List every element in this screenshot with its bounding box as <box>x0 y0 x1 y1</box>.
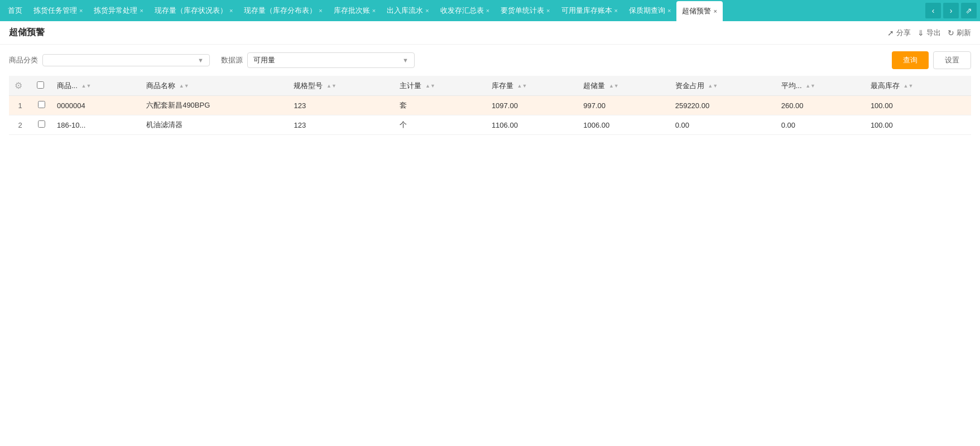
page-header: 超储预警 ➚ 分享 ⇓ 导出 ↻ 刷新 <box>0 21 980 45</box>
filter-actions: 查询 设置 <box>892 51 971 69</box>
nav-arrows: ‹ › ⇗ <box>924 3 978 18</box>
datasource-select[interactable]: 可用量 ▼ <box>247 52 415 68</box>
row-checkbox[interactable] <box>38 101 45 108</box>
col-overstock[interactable]: 超储量 ▲▼ <box>578 76 669 96</box>
nav-close-overstock[interactable]: × <box>713 8 717 14</box>
nav-close-summary[interactable]: × <box>486 7 489 14</box>
nav-arrow-expand[interactable]: ⇗ <box>961 3 977 18</box>
col-gear: ⚙ <box>9 76 31 96</box>
col-product-code[interactable]: 商品... ▲▼ <box>51 76 141 96</box>
row-capital: 0.00 <box>670 115 776 135</box>
nav-item-pick-exception[interactable]: 拣货异常处理 × <box>88 0 148 21</box>
query-button[interactable]: 查询 <box>892 51 929 69</box>
nav-item-summary[interactable]: 收发存汇总表 × <box>435 0 495 21</box>
datasource-filter: 数据源 可用量 ▼ <box>221 52 415 68</box>
col-capital[interactable]: 资金占用 ▲▼ <box>670 76 776 96</box>
sort-icon-capital: ▲▼ <box>708 84 718 89</box>
table-gear-icon[interactable]: ⚙ <box>15 81 22 90</box>
sort-icon-overstock: ▲▼ <box>609 84 619 89</box>
row-overstock: 997.00 <box>578 96 669 115</box>
nav-close-stock-dist[interactable]: × <box>319 7 322 14</box>
row-product-code: 0000004 <box>51 96 141 115</box>
row-avg: 0.00 <box>776 115 865 135</box>
nav-item-order-stat[interactable]: 要货单统计表 × <box>495 0 555 21</box>
row-product-code: 186-10... <box>51 115 141 135</box>
datasource-chevron-icon: ▼ <box>402 57 409 64</box>
export-action[interactable]: ⇓ 导出 <box>917 28 941 38</box>
col-checkbox <box>31 76 51 96</box>
sort-icon-avg: ▲▼ <box>805 84 815 89</box>
col-spec[interactable]: 规格型号 ▲▼ <box>288 76 394 96</box>
select-all-checkbox[interactable] <box>37 81 44 89</box>
refresh-action[interactable]: ↻ 刷新 <box>948 28 971 38</box>
row-product-name: 机油滤清器 <box>141 115 288 135</box>
category-filter: 商品分类 ▼ <box>9 54 210 66</box>
row-stock: 1106.00 <box>486 115 578 135</box>
row-max-stock: 100.00 <box>865 96 971 115</box>
row-spec: 123 <box>288 115 394 135</box>
nav-item-batch[interactable]: 库存批次账 × <box>328 0 381 21</box>
datasource-label: 数据源 <box>221 55 243 65</box>
row-product-name: 六配套新昌490BPG <box>141 96 288 115</box>
nav-close-stock-status[interactable]: × <box>229 7 233 14</box>
col-avg[interactable]: 平均... ▲▼ <box>776 76 865 96</box>
row-num: 2 <box>9 115 31 135</box>
table-body: 1 0000004 六配套新昌490BPG 123 套 1097.00 997.… <box>9 96 971 135</box>
category-chevron-icon: ▼ <box>198 57 204 64</box>
page-title: 超储预警 <box>9 27 45 38</box>
nav-close-inout[interactable]: × <box>425 7 429 14</box>
nav-close-quality[interactable]: × <box>667 7 671 14</box>
table-container: ⚙ 商品... ▲▼ 商品名称 ▲▼ 规格型号 ▲▼ 主计 <box>0 76 980 135</box>
main-table: ⚙ 商品... ▲▼ 商品名称 ▲▼ 规格型号 ▲▼ 主计 <box>9 76 971 135</box>
nav-item-stock-status[interactable]: 现存量（库存状况表） × <box>149 0 238 21</box>
row-stock: 1097.00 <box>486 96 578 115</box>
nav-close-pick-exception[interactable]: × <box>140 7 143 14</box>
table-row[interactable]: 1 0000004 六配套新昌490BPG 123 套 1097.00 997.… <box>9 96 971 115</box>
nav-close-pick-task[interactable]: × <box>79 7 83 14</box>
table-row[interactable]: 2 186-10... 机油滤清器 123 个 1106.00 1006.00 … <box>9 115 971 135</box>
sort-icon-spec: ▲▼ <box>326 84 337 89</box>
nav-item-pick-task[interactable]: 拣货任务管理 × <box>28 0 88 21</box>
category-select[interactable]: ▼ <box>42 54 210 66</box>
row-checkbox-cell <box>31 115 51 135</box>
sort-icon-unit: ▲▼ <box>425 84 435 89</box>
row-unit: 套 <box>394 96 486 115</box>
settings-button[interactable]: 设置 <box>933 51 971 69</box>
datasource-value: 可用量 <box>253 55 275 65</box>
share-action[interactable]: ➚ 分享 <box>887 28 911 38</box>
nav-arrow-left[interactable]: ‹ <box>925 3 941 18</box>
row-num: 1 <box>9 96 31 115</box>
nav-close-order-stat[interactable]: × <box>546 7 550 14</box>
nav-item-overstock[interactable]: 超储预警 × <box>676 1 722 21</box>
sort-icon-stock: ▲▼ <box>517 84 527 89</box>
export-icon: ⇓ <box>917 28 924 37</box>
table-header: ⚙ 商品... ▲▼ 商品名称 ▲▼ 规格型号 ▲▼ 主计 <box>9 76 971 96</box>
nav-item-inout[interactable]: 出入库流水 × <box>381 0 434 21</box>
filter-bar: 商品分类 ▼ 数据源 可用量 ▼ 查询 设置 <box>0 45 980 76</box>
row-unit: 个 <box>394 115 486 135</box>
nav-item-stock-dist[interactable]: 现存量（库存分布表） × <box>238 0 328 21</box>
col-product-name[interactable]: 商品名称 ▲▼ <box>141 76 288 96</box>
sort-icon-product-code: ▲▼ <box>81 84 91 89</box>
nav-arrow-right[interactable]: › <box>943 3 959 18</box>
row-checkbox[interactable] <box>38 120 45 128</box>
category-label: 商品分类 <box>9 55 38 65</box>
col-stock[interactable]: 库存量 ▲▼ <box>486 76 578 96</box>
row-overstock: 1006.00 <box>578 115 669 135</box>
row-checkbox-cell <box>31 96 51 115</box>
col-unit[interactable]: 主计量 ▲▼ <box>394 76 486 96</box>
refresh-icon: ↻ <box>948 28 954 37</box>
nav-item-quality[interactable]: 保质期查询 × <box>623 0 676 21</box>
nav-item-home[interactable]: 首页 <box>2 0 28 21</box>
top-nav: 首页 拣货任务管理 × 拣货异常处理 × 现存量（库存状况表） × 现存量（库存… <box>0 0 980 21</box>
row-max-stock: 100.00 <box>865 115 971 135</box>
sort-icon-max-stock: ▲▼ <box>904 84 914 89</box>
row-capital: 259220.00 <box>670 96 776 115</box>
page-actions: ➚ 分享 ⇓ 导出 ↻ 刷新 <box>887 28 971 38</box>
nav-close-batch[interactable]: × <box>372 7 376 14</box>
nav-close-available[interactable]: × <box>614 7 618 14</box>
nav-item-available[interactable]: 可用量库存账本 × <box>556 0 623 21</box>
row-avg: 260.00 <box>776 96 865 115</box>
col-max-stock[interactable]: 最高库存 ▲▼ <box>865 76 971 96</box>
row-spec: 123 <box>288 96 394 115</box>
